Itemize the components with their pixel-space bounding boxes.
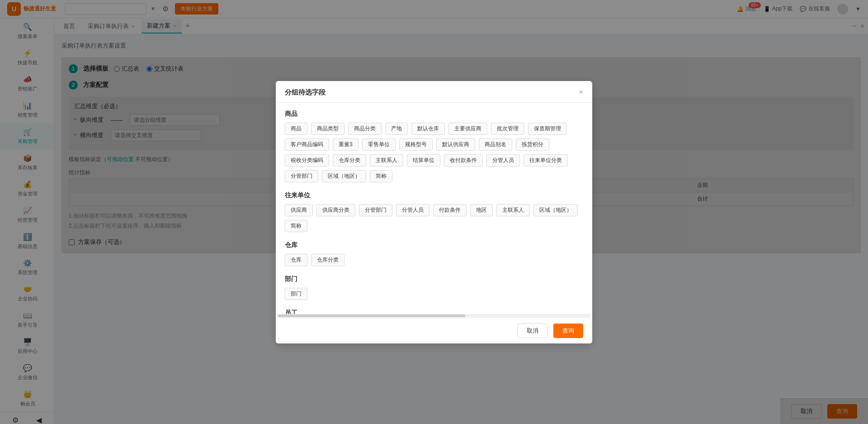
modal-title: 分组待选字段 [285,88,326,97]
modal-confirm-button[interactable]: 查询 [553,324,583,338]
hscroll-thumb[interactable] [278,314,465,317]
field-tag[interactable]: 仓库分类 [311,254,344,266]
field-tag[interactable]: 分管部门 [359,204,392,216]
field-tag[interactable]: 分管人员 [396,204,429,216]
field-tag[interactable]: 主联系人 [370,154,403,167]
field-tags-仓库: 仓库仓库分类 [285,254,583,266]
field-tag[interactable]: 税收分类编码 [285,154,329,167]
section-title: 仓库 [285,241,583,249]
modal-close-button[interactable]: × [579,88,583,96]
field-tag[interactable]: 客户商品编码 [285,138,329,151]
modal-section-仓库: 仓库仓库仓库分类 [285,241,583,266]
section-title: 往来单位 [285,191,583,200]
modal-section-商品: 商品商品商品类型商品分类产地默认仓库主要供应商批次管理保质期管理客户商品编码重量… [285,110,583,182]
section-title: 商品 [285,110,583,118]
field-tag[interactable]: 部门 [285,288,307,300]
section-title: 部门 [285,275,583,283]
field-tag[interactable]: 商品 [285,123,307,135]
field-tags-部门: 部门 [285,288,583,300]
hscroll-track [278,314,590,317]
modal-hscroll[interactable] [276,314,592,317]
field-tag[interactable]: 地区 [470,204,493,216]
field-tag[interactable]: 产地 [385,123,408,135]
modal-body: 商品商品商品类型商品分类产地默认仓库主要供应商批次管理保质期管理客户商品编码重量… [276,103,592,314]
field-tag[interactable]: 分管人员 [486,154,520,167]
field-tag[interactable]: 商品类型 [311,123,344,135]
field-tag[interactable]: 重量3 [333,138,359,151]
modal-footer: 取消 查询 [276,318,592,343]
modal-dialog: 分组待选字段 × 商品商品商品类型商品分类产地默认仓库主要供应商批次管理保质期管… [276,81,592,343]
field-tag[interactable]: 商品分类 [348,123,382,135]
field-tag[interactable]: 供应商分类 [316,204,355,216]
field-tag[interactable]: 往来单位分类 [524,154,568,167]
modal-header: 分组待选字段 × [276,81,592,103]
modal-section-部门: 部门部门 [285,275,583,300]
modal-section-员工: 员工业务员 [285,309,583,314]
field-tag[interactable]: 结算单位 [407,154,440,167]
field-tag[interactable]: 简称 [370,170,392,182]
field-tag[interactable]: 仓库分类 [333,154,366,167]
field-tag[interactable]: 拣货积分 [516,138,549,151]
field-tag[interactable]: 默认供应商 [436,138,475,151]
field-tags-往来单位: 供应商供应商分类分管部门分管人员付款条件地区主联系人区域（地区）简称 [285,204,583,232]
field-tag[interactable]: 保质期管理 [528,123,567,135]
field-tag[interactable]: 付款条件 [433,204,467,216]
field-tag[interactable]: 主要供应商 [448,123,487,135]
field-tag[interactable]: 主联系人 [496,204,530,216]
field-tag[interactable]: 批次管理 [491,123,524,135]
modal-cancel-button[interactable]: 取消 [517,324,548,338]
modal-section-往来单位: 往来单位供应商供应商分类分管部门分管人员付款条件地区主联系人区域（地区）简称 [285,191,583,232]
field-tag[interactable]: 商品别名 [479,138,512,151]
field-tag[interactable]: 区域（地区） [322,170,366,182]
field-tag[interactable]: 仓库 [285,254,307,266]
section-title: 员工 [285,309,583,314]
field-tag[interactable]: 规格型号 [399,138,433,151]
field-tag[interactable]: 零售单位 [362,138,396,151]
field-tag[interactable]: 默认仓库 [411,123,445,135]
field-tag[interactable]: 区域（地区） [533,204,578,216]
field-tag[interactable]: 分管部门 [285,170,318,182]
field-tag[interactable]: 供应商 [285,204,313,216]
field-tags-商品: 商品商品类型商品分类产地默认仓库主要供应商批次管理保质期管理客户商品编码重量3零… [285,123,583,182]
field-tag[interactable]: 简称 [285,220,307,232]
field-tag[interactable]: 收付款条件 [444,154,483,167]
